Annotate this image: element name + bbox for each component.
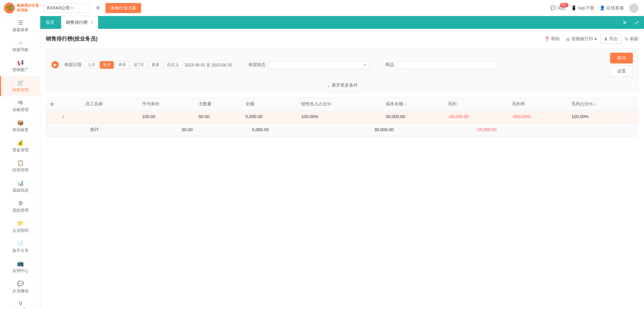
goods-select[interactable]: ... xyxy=(397,61,498,69)
data-table: ⚙ 员工名称 平均单价 主数量 全额 销售收入占比% 成本全额 ℹ 毛利 毛利率 xyxy=(46,98,638,123)
export-btn[interactable]: ⬇ 导出 xyxy=(600,34,621,44)
topbar-settings-icon[interactable]: ⚙ xyxy=(93,3,103,13)
sidebar-item-3[interactable]: 🛒 销售管理 xyxy=(0,76,40,96)
user-avatar-area[interactable] xyxy=(629,3,640,13)
sidebar-item-1[interactable]: ⌂ 快捷导航 xyxy=(0,36,40,56)
footer-sales-ratio xyxy=(340,123,370,136)
tab-close-icon[interactable]: × xyxy=(91,20,93,25)
logo-area: 🌿 畅康通好生意 标准版 xyxy=(4,3,41,13)
sidebar-item-0[interactable]: ☰ 搜索菜单 xyxy=(0,16,40,36)
sidebar-label-10: 企业协同 xyxy=(12,228,29,234)
footer-profit-ratio xyxy=(608,123,638,136)
content-area: 首页 销售排行榜 × ✕ ⤢ 销售排行榜(按业务员) ❓ xyxy=(40,16,644,309)
sidebar-item-7[interactable]: 📋 经营管理 xyxy=(0,156,40,176)
sidebar-label-6: 资金管理 xyxy=(12,147,29,153)
company-selector[interactable]: XXXXX公司 ▾ xyxy=(44,3,91,13)
date-btn-this-year[interactable]: 本年 xyxy=(115,61,129,69)
footer-cost: 30,000.00 xyxy=(370,123,472,136)
footer-profit-rate xyxy=(579,123,609,136)
filter-area: ▶ 单据日期 上月 本月 本年 近7天 更多 自定义 xyxy=(46,48,639,93)
th-sales-ratio: 销售收入占比% xyxy=(297,98,382,111)
sidebar-item-13[interactable]: 💬 企业微信 xyxy=(0,277,40,297)
sidebar-item-4[interactable]: 🛍 采购管理 xyxy=(0,96,40,116)
status-select[interactable]: ▾ xyxy=(268,61,369,69)
th-settings[interactable]: ⚙ xyxy=(46,98,58,111)
trial-button[interactable]: 体验行业方案 xyxy=(105,3,141,13)
sidebar-item-2[interactable]: 📢 营销推广 xyxy=(0,56,40,76)
tab-bar: 首页 销售排行榜 × ✕ ⤢ xyxy=(40,16,644,29)
goods-filter-label: 商品 xyxy=(385,62,394,68)
help-btn[interactable]: ❓ 帮助 xyxy=(542,35,562,43)
filter-row: ▶ 单据日期 上月 本月 本年 近7天 更多 自定义 xyxy=(51,53,633,77)
message-badge: 99+ xyxy=(560,3,568,7)
tab-bar-right: ✕ ⤢ xyxy=(620,18,644,27)
profit-ratio-info-icon[interactable]: ℹ xyxy=(594,102,595,106)
tab-home[interactable]: 首页 xyxy=(40,16,60,29)
app-download-icon: 📱 xyxy=(571,5,576,10)
date-btn-more[interactable]: 更多 xyxy=(148,61,163,69)
sidebar-label-0: 搜索菜单 xyxy=(12,27,29,33)
refresh-btn[interactable]: ↻ 刷新 xyxy=(625,36,639,42)
sidebar-label-9: 系统管理 xyxy=(12,208,29,213)
sidebar-item-6[interactable]: 💰 资金管理 xyxy=(0,136,40,156)
date-btn-this-month[interactable]: 本月 xyxy=(100,61,114,69)
page-content: 销售排行榜(按业务员) ❓ 帮助 🖨 按模板打印 ▾ ⬇ xyxy=(40,29,644,309)
sidebar-icon-3: 🛒 xyxy=(17,80,24,86)
sidebar-icon-8: 📊 xyxy=(17,180,24,186)
sidebar-item-14[interactable]: V 畅会员 xyxy=(0,297,40,309)
refresh-icon: ↻ xyxy=(625,37,629,42)
table-header-row: ⚙ 员工名称 平均单价 主数量 全额 销售收入占比% 成本全额 ℹ 毛利 毛利率 xyxy=(46,98,638,111)
goods-placeholder: ... xyxy=(400,62,495,67)
tab-close-window-btn[interactable]: ✕ xyxy=(620,18,629,27)
sidebar-item-9[interactable]: ⚙ 系统管理 xyxy=(0,197,40,217)
sidebar-item-11[interactable]: 📄 新手引导 xyxy=(0,237,40,257)
sidebar-icon-6: 💰 xyxy=(17,140,24,146)
sidebar-icon-4: 🛍 xyxy=(18,100,23,106)
company-name: XXXXX公司 xyxy=(47,5,70,11)
sidebar-item-10[interactable]: 📁 企业协同 xyxy=(0,217,40,237)
cell-rank: 1 xyxy=(58,111,81,123)
help-label: 帮助 xyxy=(551,36,560,42)
th-profit-rate: 毛利率 xyxy=(508,98,567,111)
export-label: 导出 xyxy=(609,36,618,42)
query-button[interactable]: 查询 xyxy=(610,53,633,63)
sidebar-icon-1: ⌂ xyxy=(19,40,22,46)
setting-button[interactable]: 设置 xyxy=(610,65,633,77)
date-buttons: 上月 本月 本年 近7天 更多 自定义 xyxy=(84,61,182,69)
sidebar-label-8: 基础信息 xyxy=(12,188,29,193)
cell-settings xyxy=(46,111,58,123)
footer-empty-rank xyxy=(56,123,86,136)
footer-avg-price xyxy=(148,123,178,136)
app-download-btn[interactable]: 📱 App下载 xyxy=(571,5,594,11)
date-btn-custom[interactable]: 自定义 xyxy=(164,61,182,69)
message-icon: 💬 xyxy=(550,5,556,10)
message-btn[interactable]: 💬 消息 99+ xyxy=(550,5,566,11)
cell-sales-ratio: 100.00% xyxy=(297,111,382,123)
date-btn-last-month[interactable]: 上月 xyxy=(84,61,98,69)
cost-info-icon[interactable]: ℹ xyxy=(404,102,406,106)
sidebar: ☰ 搜索菜单 ⌂ 快捷导航 📢 营销推广 🛒 销售管理 🛍 采购管理 📦 库存核… xyxy=(0,16,40,309)
date-filter: 单据日期 上月 本月 本年 近7天 更多 自定义 2023-06-01 至 20… xyxy=(64,61,232,69)
footer-table: 合计 50.00 5,000.00 30,000.00 -25,000.00 xyxy=(46,123,638,136)
sidebar-icon-9: ⚙ xyxy=(18,200,23,206)
footer-amount: 5,000.00 xyxy=(248,123,341,136)
sidebar-item-5[interactable]: 📦 库存核算 xyxy=(0,116,40,136)
status-filter-label: 单据状态 xyxy=(248,62,266,68)
template-print-label: 按模板打印 xyxy=(571,36,593,42)
sidebar-label-7: 经营管理 xyxy=(12,167,29,173)
logo-icon: 🌿 xyxy=(4,3,15,13)
expand-conditions-btn[interactable]: ⌄ 展开更多条件 xyxy=(327,82,358,88)
expand-chevron-icon: ⌄ xyxy=(327,83,330,88)
online-service-btn[interactable]: 👤 在线客服 xyxy=(600,5,624,11)
sidebar-icon-7: 📋 xyxy=(17,160,24,166)
footer-profit: -25,000.00 xyxy=(472,123,578,136)
tab-maximize-btn[interactable]: ⤢ xyxy=(632,18,641,27)
page-title: 销售排行榜(按业务员) xyxy=(46,36,98,43)
sidebar-item-12[interactable]: 📺 应用中心 xyxy=(0,257,40,277)
expand-row: ⌄ 展开更多条件 xyxy=(51,80,633,88)
filter-toggle-btn[interactable]: ▶ xyxy=(51,61,59,68)
sidebar-item-8[interactable]: 📊 基础信息 xyxy=(0,176,40,197)
template-print-btn[interactable]: 🖨 按模板打印 ▾ xyxy=(566,36,597,42)
tab-sales-ranking[interactable]: 销售排行榜 × xyxy=(61,16,98,29)
date-btn-7days[interactable]: 近7天 xyxy=(131,61,147,69)
